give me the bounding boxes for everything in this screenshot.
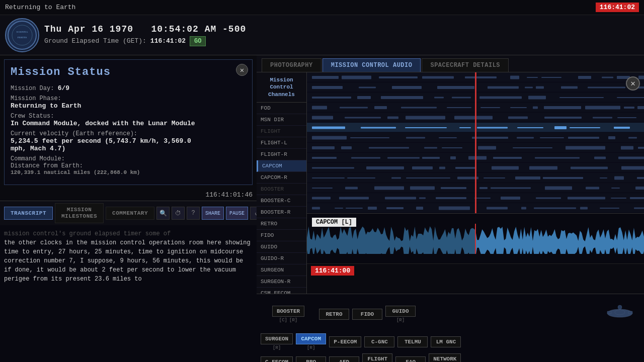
control-grid: BOOSTER [C] [R] RETRO FIDO GUIDO [R] xyxy=(257,294,644,362)
svg-rect-60 xyxy=(447,107,471,108)
c-gnc-button[interactable]: C-GNC xyxy=(364,336,394,347)
svg-point-242 xyxy=(618,305,622,309)
booster-c-label: [C] xyxy=(279,318,287,323)
channel-surgeon-r[interactable]: SURGEON-R xyxy=(257,276,306,288)
svg-rect-96 xyxy=(554,126,567,129)
transcript-tab[interactable]: TRANSCRIPT xyxy=(4,207,53,220)
status-bar: Returning to Earth 116:41:02 xyxy=(0,0,644,15)
pause-icon-btn[interactable]: PAUSE xyxy=(226,207,248,220)
svg-rect-143 xyxy=(535,157,580,159)
svg-rect-178 xyxy=(637,177,644,179)
svg-rect-47 xyxy=(528,96,546,100)
p-eecom-button[interactable]: P-EECOM xyxy=(329,336,361,347)
channel-booster-c[interactable]: BOOSTER-C xyxy=(257,195,306,207)
svg-rect-219 xyxy=(368,207,377,210)
svg-rect-65 xyxy=(585,106,620,110)
close-status-button[interactable]: ✕ xyxy=(236,64,248,76)
photography-tab[interactable]: PHOTOGRAPHY xyxy=(262,58,321,72)
waveform-area: ✕ CAPCOM [L] xyxy=(307,72,644,294)
svg-rect-61 xyxy=(480,107,500,108)
svg-rect-81 xyxy=(593,117,612,119)
fao-button[interactable]: FAO xyxy=(395,356,426,362)
channel-retro[interactable]: RETRO xyxy=(257,218,306,230)
milestones-tab[interactable]: MISSIONMILESTONES xyxy=(55,203,104,223)
capcom-channel-label: CAPCOM [L] xyxy=(312,218,356,227)
svg-rect-79 xyxy=(508,117,528,119)
control-row-1: BOOSTER [C] [R] RETRO FIDO GUIDO [R] xyxy=(261,298,640,330)
help-icon-btn[interactable]: ? xyxy=(187,207,200,220)
channel-surgeon[interactable]: SURGEON xyxy=(257,264,306,276)
svg-rect-7 xyxy=(379,76,418,78)
svg-rect-204 xyxy=(474,198,491,199)
svg-rect-193 xyxy=(635,187,644,190)
svg-rect-113 xyxy=(628,137,637,139)
svg-rect-184 xyxy=(345,187,358,190)
go-button[interactable]: GO xyxy=(190,36,206,46)
transcript-tabs: TRANSCRIPT MISSIONMILESTONES COMMENTARY … xyxy=(0,201,257,225)
svg-rect-126 xyxy=(513,147,552,148)
commentary-tab[interactable]: COMMENTARY xyxy=(106,207,154,220)
afd-button[interactable]: AFD xyxy=(329,356,359,362)
svg-rect-221 xyxy=(416,207,423,210)
network-button[interactable]: NETWORK xyxy=(429,353,461,362)
svg-rect-192 xyxy=(611,188,620,189)
right-section: PHOTOGRAPHY MISSION CONTROL AUDIO SPACEC… xyxy=(257,55,644,362)
channel-guido-r[interactable]: GUIDO-R xyxy=(257,253,306,264)
channel-capcom[interactable]: CAPCOM xyxy=(257,160,306,172)
channel-flight[interactable]: FLIGHT xyxy=(257,126,306,137)
cmd-module-row: Command Module: Distance from Earth: 120… xyxy=(11,155,246,175)
svg-rect-208 xyxy=(611,198,626,199)
channel-booster-r[interactable]: BOOSTER-R xyxy=(257,207,306,218)
svg-rect-64 xyxy=(544,106,581,109)
guido-button[interactable]: GUIDO xyxy=(385,306,416,317)
svg-rect-218 xyxy=(346,208,363,209)
pro-button[interactable]: PRO xyxy=(296,356,326,362)
channel-csm-eecom[interactable]: CSM EECOM xyxy=(257,288,306,294)
control-row-3: C-EECOM PRO AFD FLIGHT [L] [R] FAO NETWO… xyxy=(261,353,640,362)
share-icon-btn[interactable]: SHARE xyxy=(202,207,224,220)
svg-rect-168 xyxy=(312,177,345,178)
svg-rect-23 xyxy=(312,86,343,89)
channel-fod[interactable]: FOD xyxy=(257,103,306,114)
booster-button[interactable]: BOOSTER xyxy=(272,306,304,317)
svg-rect-123 xyxy=(424,147,437,149)
close-waveform-button[interactable]: ✕ xyxy=(626,76,640,90)
svg-rect-159 xyxy=(571,167,608,169)
svg-rect-187 xyxy=(441,187,466,189)
channel-flight-r[interactable]: FLIGHT-R xyxy=(257,149,306,160)
lm-gnc-button[interactable]: LM GNC xyxy=(431,336,461,347)
telmu-button[interactable]: TELMU xyxy=(397,336,428,347)
channel-capcom-r[interactable]: CAPCOM-R xyxy=(257,172,306,184)
history-icon-btn[interactable]: ⏱ xyxy=(172,207,185,220)
channel-fido[interactable]: FIDO xyxy=(257,230,306,241)
mission-control-audio-tab[interactable]: MISSION CONTROL AUDIO xyxy=(323,58,421,72)
surgeon-r-label: [R] xyxy=(273,345,281,350)
svg-rect-98 xyxy=(614,127,630,129)
channel-guido[interactable]: GUIDO xyxy=(257,241,306,253)
search-icon-btn[interactable]: 🔍 xyxy=(156,207,170,220)
channel-sidebar: MissionControlChannels FOD MSN DIR FLIGH… xyxy=(257,72,307,294)
svg-rect-75 xyxy=(345,117,381,119)
surgeon-button[interactable]: SURGEON xyxy=(261,333,293,344)
mission-logo: SCIENTIA PERITIS xyxy=(5,18,39,52)
svg-rect-120 xyxy=(312,146,335,149)
svg-rect-186 xyxy=(410,187,435,190)
svg-rect-225 xyxy=(534,208,576,209)
flight-button[interactable]: FLIGHT xyxy=(362,353,392,362)
channel-msn-dir[interactable]: MSN DIR xyxy=(257,114,306,126)
fido-button[interactable]: FIDO xyxy=(352,309,382,320)
channel-flight-l[interactable]: FLIGHT-L xyxy=(257,137,306,149)
svg-rect-206 xyxy=(536,198,561,199)
svg-rect-170 xyxy=(391,177,401,179)
svg-rect-107 xyxy=(439,137,457,138)
svg-rect-97 xyxy=(570,127,600,128)
mission-day-value: 6/9 xyxy=(58,84,69,92)
cmd-module-label: Command Module: xyxy=(11,155,246,162)
svg-rect-74 xyxy=(312,116,333,120)
capcom-grid-button[interactable]: CAPCOM xyxy=(296,333,326,344)
retro-button[interactable]: RETRO xyxy=(319,309,349,320)
channel-booster[interactable]: BOOSTER xyxy=(257,184,306,195)
c-eecom-button[interactable]: C-EECOM xyxy=(261,356,293,362)
timer-value: 116:41:01:46 xyxy=(205,191,253,199)
spacecraft-details-tab[interactable]: SPACECRAFT DETAILS xyxy=(422,58,509,72)
